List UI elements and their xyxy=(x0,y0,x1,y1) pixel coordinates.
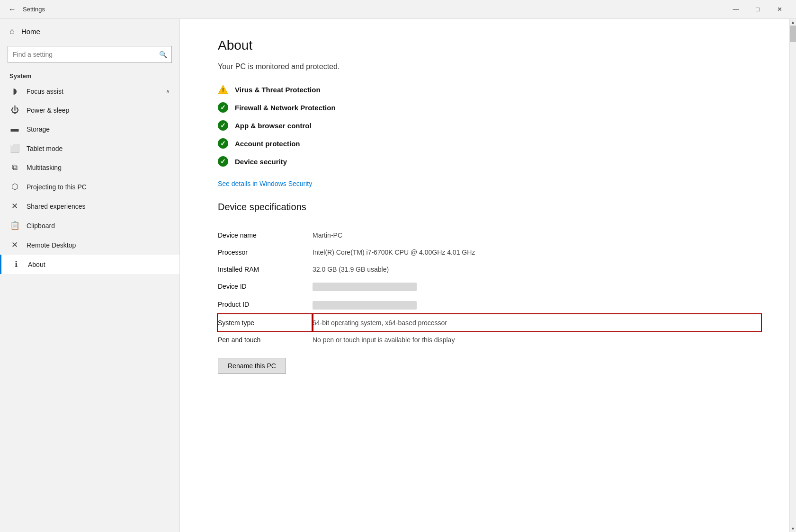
checkmark-icon: ✓ xyxy=(218,138,228,149)
sidebar-item-label: Multitasking xyxy=(27,164,170,171)
table-row: Processor Intel(R) Core(TM) i7-6700K CPU… xyxy=(218,244,761,261)
security-list: ! Virus & Threat Protection ✓ Firewall &… xyxy=(218,80,761,170)
security-item-device-security: ✓ Device security xyxy=(218,152,761,170)
spec-key: Installed RAM xyxy=(218,261,313,278)
scrollbar[interactable]: ▲ ▼ xyxy=(789,19,796,532)
checkmark-icon: ✓ xyxy=(218,102,228,113)
spec-table: Device name Martin-PC Processor Intel(R)… xyxy=(218,227,761,348)
table-row: Device name Martin-PC xyxy=(218,227,761,244)
close-button[interactable]: ✕ xyxy=(769,2,790,17)
home-label: Home xyxy=(21,27,40,35)
sidebar-item-label: Power & sleep xyxy=(27,106,170,114)
sidebar-item-storage[interactable]: ▬ Storage xyxy=(0,120,179,139)
table-row: Pen and touch No pen or touch input is a… xyxy=(218,331,761,348)
table-row: Product ID xyxy=(218,296,761,314)
sidebar-item-label: Clipboard xyxy=(27,222,170,230)
tablet-icon: ⬜ xyxy=(9,143,20,153)
sidebar-item-projecting[interactable]: ⬡ Projecting to this PC xyxy=(0,177,179,196)
sidebar-item-label: Projecting to this PC xyxy=(27,183,170,191)
svg-text:!: ! xyxy=(222,87,224,94)
security-item-label: Device security xyxy=(235,158,287,166)
security-item-firewall: ✓ Firewall & Network Protection xyxy=(218,98,761,116)
titlebar: ← Settings — □ ✕ xyxy=(0,0,796,19)
storage-icon: ▬ xyxy=(9,124,20,134)
main-content: About Your PC is monitored and protected… xyxy=(180,19,789,532)
app-title: Settings xyxy=(23,6,721,13)
security-item-label: App & browser control xyxy=(235,122,312,130)
project-icon: ⬡ xyxy=(9,182,20,192)
spec-key: Pen and touch xyxy=(218,331,313,348)
power-icon: ⏻ xyxy=(9,106,20,115)
security-item-label: Firewall & Network Protection xyxy=(235,104,336,112)
window-controls: — □ ✕ xyxy=(725,2,790,17)
spec-key: Product ID xyxy=(218,296,313,314)
minimize-button[interactable]: — xyxy=(725,2,747,17)
home-icon: ⌂ xyxy=(9,27,15,36)
checkmark-icon: ✓ xyxy=(218,120,228,131)
sidebar-item-clipboard[interactable]: 📋 Clipboard xyxy=(0,216,179,235)
scroll-down-arrow[interactable]: ▼ xyxy=(790,525,796,532)
spec-value-blurred xyxy=(313,278,761,296)
close-icon: ✕ xyxy=(777,6,782,13)
device-specs-title: Device specifications xyxy=(218,202,761,213)
security-item-label: Virus & Threat Protection xyxy=(235,86,321,94)
security-item-virus: ! Virus & Threat Protection xyxy=(218,80,761,98)
spec-value: 64-bit operating system, x64-based proce… xyxy=(313,314,761,331)
sidebar-item-focus-assist[interactable]: ◗ Focus assist ∧ xyxy=(0,81,179,101)
focus-assist-icon: ◗ xyxy=(9,86,20,96)
sidebar-item-shared-experiences[interactable]: ✕ Shared experiences xyxy=(0,196,179,216)
multitasking-icon: ⧉ xyxy=(9,163,20,172)
back-icon: ← xyxy=(9,5,16,14)
sidebar-item-label: About xyxy=(28,261,170,268)
scroll-track xyxy=(790,26,796,525)
sidebar-section-system: System xyxy=(0,69,179,81)
search-box: 🔍 xyxy=(8,46,172,63)
table-row-highlighted: System type 64-bit operating system, x64… xyxy=(218,314,761,331)
sidebar-item-remote-desktop[interactable]: ✕ Remote Desktop xyxy=(0,235,179,255)
sidebar-item-label: Tablet mode xyxy=(27,145,170,152)
back-button[interactable]: ← xyxy=(6,3,19,16)
search-input[interactable] xyxy=(8,46,172,63)
sidebar: ⌂ Home 🔍 System ◗ Focus assist ∧ ⏻ Power… xyxy=(0,19,180,532)
table-row: Device ID xyxy=(218,278,761,296)
security-item-account: ✓ Account protection xyxy=(218,134,761,152)
sidebar-item-home[interactable]: ⌂ Home xyxy=(0,19,179,44)
spec-value: 32.0 GB (31.9 GB usable) xyxy=(313,261,761,278)
spec-key: Device name xyxy=(218,227,313,244)
spec-value-blurred xyxy=(313,296,761,314)
subtitle: Your PC is monitored and protected. xyxy=(218,62,761,71)
spec-key: Device ID xyxy=(218,278,313,296)
sidebar-item-label: Focus assist xyxy=(27,88,159,95)
spec-key: System type xyxy=(218,314,313,331)
checkmark-icon: ✓ xyxy=(218,156,228,167)
sidebar-item-label: Shared experiences xyxy=(27,203,170,210)
clipboard-icon: 📋 xyxy=(9,221,20,231)
rename-pc-button[interactable]: Rename this PC xyxy=(218,358,286,374)
shared-icon: ✕ xyxy=(9,201,20,211)
minimize-icon: — xyxy=(733,6,739,13)
sidebar-item-label: Storage xyxy=(27,125,170,133)
app-body: ⌂ Home 🔍 System ◗ Focus assist ∧ ⏻ Power… xyxy=(0,19,796,532)
sidebar-item-power-sleep[interactable]: ⏻ Power & sleep xyxy=(0,101,179,120)
chevron-up-icon: ∧ xyxy=(166,88,170,95)
security-item-label: Account protection xyxy=(235,140,300,148)
spec-value: Martin-PC xyxy=(313,227,761,244)
spec-value: Intel(R) Core(TM) i7-6700K CPU @ 4.00GHz… xyxy=(313,244,761,261)
sidebar-item-multitasking[interactable]: ⧉ Multitasking xyxy=(0,158,179,177)
maximize-icon: □ xyxy=(756,6,760,13)
security-item-app-browser: ✓ App & browser control xyxy=(218,116,761,134)
spec-value: No pen or touch input is available for t… xyxy=(313,331,761,348)
spec-key: Processor xyxy=(218,244,313,261)
table-row: Installed RAM 32.0 GB (31.9 GB usable) xyxy=(218,261,761,278)
scroll-up-arrow[interactable]: ▲ xyxy=(790,19,796,26)
sidebar-item-about[interactable]: ℹ About xyxy=(0,255,179,274)
sidebar-item-tablet-mode[interactable]: ⬜ Tablet mode xyxy=(0,139,179,158)
remote-desktop-icon: ✕ xyxy=(9,240,20,250)
warning-icon: ! xyxy=(218,84,228,95)
about-icon: ℹ xyxy=(11,259,21,269)
page-title: About xyxy=(218,38,761,53)
see-details-link[interactable]: See details in Windows Security xyxy=(218,180,312,187)
scroll-thumb[interactable] xyxy=(790,26,796,42)
maximize-button[interactable]: □ xyxy=(747,2,769,17)
sidebar-item-label: Remote Desktop xyxy=(27,241,170,249)
